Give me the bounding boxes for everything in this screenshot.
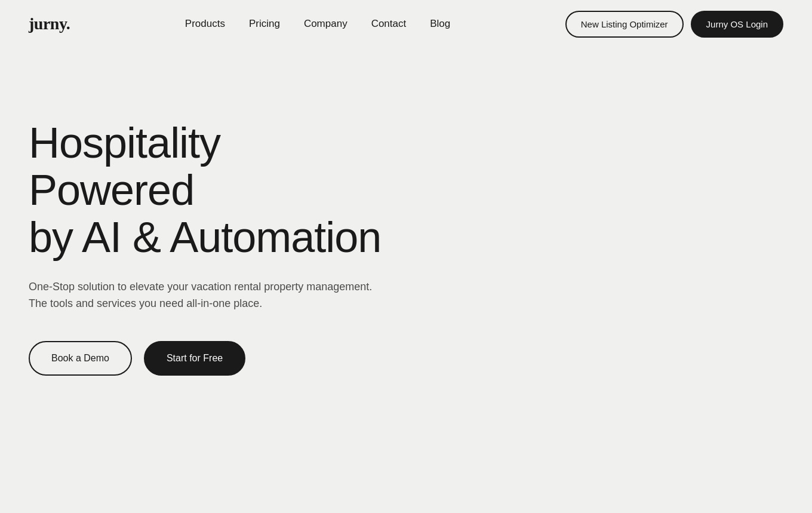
hero-button-group: Book a Demo Start for Free [29, 341, 389, 376]
navigation: jurny. Products Pricing Company Contact … [0, 0, 812, 48]
nav-link-company[interactable]: Company [304, 18, 347, 30]
hero-section: Hospitality Powered by AI & Automation O… [0, 48, 418, 376]
jurny-os-login-button[interactable]: Jurny OS Login [691, 11, 783, 38]
nav-link-contact[interactable]: Contact [371, 18, 407, 30]
start-free-button[interactable]: Start for Free [144, 341, 245, 376]
logo[interactable]: jurny. [29, 14, 70, 33]
new-listing-optimizer-button[interactable]: New Listing Optimizer [565, 11, 684, 38]
nav-cta-group: New Listing Optimizer Jurny OS Login [565, 11, 783, 38]
nav-links: Products Pricing Company Contact Blog [185, 18, 450, 30]
nav-link-products[interactable]: Products [185, 18, 225, 30]
book-demo-button[interactable]: Book a Demo [29, 341, 132, 376]
nav-link-blog[interactable]: Blog [430, 18, 450, 30]
nav-link-pricing[interactable]: Pricing [249, 18, 280, 30]
hero-title: Hospitality Powered by AI & Automation [29, 119, 389, 262]
hero-subtitle: One-Stop solution to elevate your vacati… [29, 278, 389, 313]
